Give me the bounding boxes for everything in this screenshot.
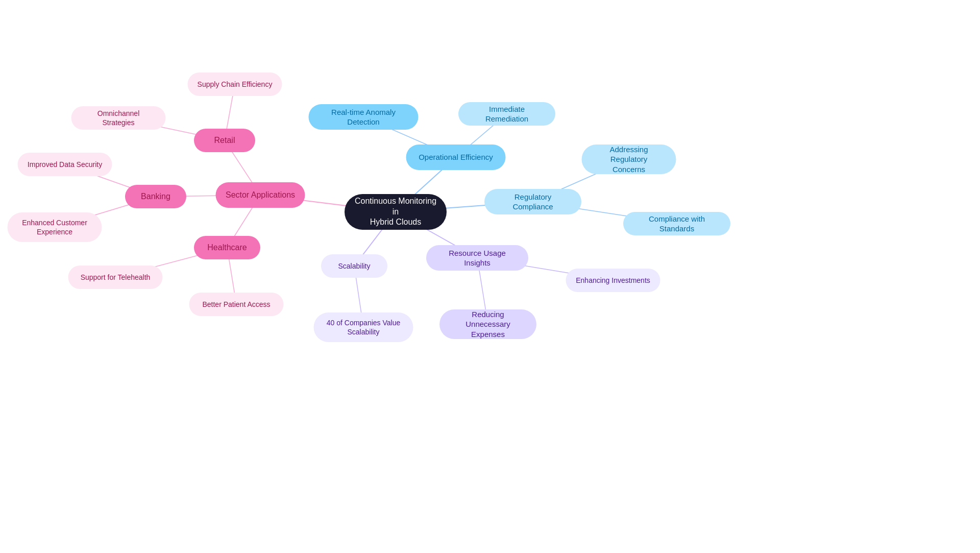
supply-chain-node: Supply Chain Efficiency xyxy=(188,73,282,96)
operational-efficiency-node: Operational Efficiency xyxy=(406,145,506,170)
banking-node: Banking xyxy=(125,185,186,208)
sector-applications-node: Sector Applications xyxy=(216,182,305,208)
center-node: Continuous Monitoring inHybrid Clouds xyxy=(345,194,447,230)
resource-usage-node: Resource Usage Insights xyxy=(426,245,528,271)
compliance-standards-node: Compliance with Standards xyxy=(623,212,730,235)
support-telehealth-node: Support for Telehealth xyxy=(68,266,163,289)
regulatory-compliance-node: Regulatory Compliance xyxy=(484,189,581,214)
omnichannel-node: Omnichannel Strategies xyxy=(71,106,166,130)
enhanced-customer-node: Enhanced CustomerExperience xyxy=(8,212,102,242)
improved-security-node: Improved Data Security xyxy=(18,153,112,176)
reducing-expenses-node: Reducing UnnecessaryExpenses xyxy=(439,309,536,339)
addressing-regulatory-node: Addressing RegulatoryConcerns xyxy=(582,145,676,174)
enhancing-investments-node: Enhancing Investments xyxy=(566,269,660,292)
scalability-node: Scalability xyxy=(321,254,387,278)
healthcare-node: Healthcare xyxy=(194,236,260,259)
companies-value-node: 40 of Companies ValueScalability xyxy=(314,312,413,342)
real-time-anomaly-node: Real-time Anomaly Detection xyxy=(309,104,419,130)
retail-node: Retail xyxy=(194,129,255,152)
better-patient-node: Better Patient Access xyxy=(189,293,284,316)
immediate-remediation-node: Immediate Remediation xyxy=(458,102,555,126)
